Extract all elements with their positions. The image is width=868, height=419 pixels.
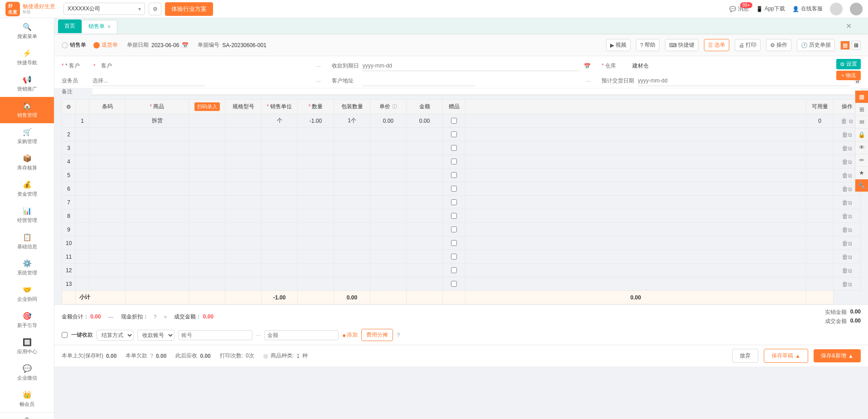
sidebar-item-basic[interactable]: 📋 基础信息 (0, 228, 54, 255)
sidebar-item-search[interactable]: 🔍 搜索菜单 (0, 18, 54, 44)
delete-row-2-button[interactable]: 🗑 (842, 131, 848, 138)
expense-split-button[interactable]: 费用分摊 (361, 329, 393, 341)
avatar2[interactable] (850, 3, 863, 15)
sidebar-item-appstore[interactable]: 🔲 应用中心 (0, 333, 54, 360)
copy-row-2-button[interactable]: ⧉ (848, 132, 852, 138)
delete-row-1-button[interactable]: 🗑 (841, 117, 847, 125)
gift-checkbox-3[interactable] (451, 145, 457, 151)
gift-checkbox-5[interactable] (451, 172, 457, 178)
one-click-collect-checkbox[interactable] (62, 332, 68, 338)
rp-star-icon[interactable]: ★ (855, 167, 868, 179)
settings-action-button[interactable]: ⚙ 设置 (836, 59, 861, 69)
customer-address-input[interactable] (363, 76, 475, 86)
layout-grid-icon[interactable]: ⊞ (852, 41, 861, 50)
discard-button[interactable]: 放弃 (732, 349, 758, 363)
print-button[interactable]: 🖨 打印 (735, 39, 761, 51)
gift-checkbox-4[interactable] (451, 159, 457, 164)
sidebar-settings-button[interactable]: ⚙ (0, 413, 54, 419)
gift-checkbox-8[interactable] (451, 213, 457, 219)
delete-row-6-button[interactable]: 🗑 (842, 185, 848, 193)
sales-order-radio[interactable]: 销售单 (62, 41, 86, 49)
copy-row-1-button[interactable]: ⧉ (849, 118, 853, 125)
help-button[interactable]: ? 帮助 (636, 39, 659, 51)
calc-method-select[interactable]: 结算方式 (97, 330, 134, 341)
sidebar-item-guide[interactable]: 🎯 新手引导 (0, 307, 54, 333)
delete-row-5-button[interactable]: 🗑 (842, 172, 848, 179)
avatar[interactable] (830, 3, 843, 15)
shortcut-button[interactable]: ⌨ 快捷键 (665, 39, 698, 51)
gift-checkbox-11[interactable] (451, 254, 457, 260)
video-button[interactable]: ▶ 视频 (606, 39, 630, 51)
sidebar-item-corp[interactable]: 🤝 企业协同 (0, 281, 54, 307)
delete-row-12-button[interactable]: 🗑 (842, 267, 848, 274)
rp-eye-icon[interactable]: 👁 (855, 141, 868, 154)
payment-due-input[interactable] (363, 61, 581, 71)
copy-row-5-button[interactable]: ⧉ (848, 173, 852, 179)
sidebar-item-shortcut[interactable]: ⚡ 快捷导航 (0, 44, 54, 71)
tab-close-icon[interactable]: × (107, 24, 111, 30)
calendar-icon[interactable]: 📅 (182, 42, 189, 48)
notes-input[interactable] (92, 88, 861, 95)
sidebar-item-inventory[interactable]: 📦 库存核算 (0, 149, 54, 176)
gift-checkbox-6[interactable] (451, 186, 457, 192)
sidebar-item-member[interactable]: 👑 畅会员 (0, 386, 54, 412)
rp-layout1-icon[interactable]: ▦ (855, 91, 868, 103)
operation-button[interactable]: ⚙ 操作 (766, 39, 791, 51)
delete-row-8-button[interactable]: 🗑 (842, 212, 848, 220)
address-dots[interactable]: ··· (479, 78, 591, 84)
copy-row-12-button[interactable]: ⧉ (848, 268, 852, 274)
gift-checkbox-1[interactable] (451, 118, 457, 124)
save-draft-button[interactable]: 保存草稿 ▲ (764, 349, 808, 363)
delete-row-9-button[interactable]: 🗑 (842, 226, 848, 233)
delete-row-3-button[interactable]: 🗑 (842, 144, 848, 152)
tab-home[interactable]: 首页 (58, 19, 82, 33)
copy-row-7-button[interactable]: ⧉ (848, 200, 852, 206)
gift-checkbox-7[interactable] (451, 199, 457, 205)
gift-checkbox-12[interactable] (451, 267, 457, 273)
sidebar-item-operation[interactable]: 📊 经营管理 (0, 202, 54, 228)
copy-row-3-button[interactable]: ⧉ (848, 145, 852, 152)
sidebar-item-purchase[interactable]: 🛒 采购管理 (0, 123, 54, 149)
history-button[interactable]: 🕐 历史单据 (797, 39, 835, 51)
layout-table-icon[interactable]: ▦ (840, 41, 850, 50)
rp-tool-icon[interactable]: 🔧 (855, 179, 868, 192)
window-close-icon[interactable]: ✕ (846, 22, 852, 30)
owe-help-icon[interactable]: ? (150, 353, 153, 359)
company-selector[interactable]: XXXXXX公司 ▾ (63, 3, 145, 15)
copy-row-4-button[interactable]: ⧉ (848, 159, 852, 165)
account-no-input[interactable] (178, 330, 252, 340)
delete-row-11-button[interactable]: 🗑 (842, 253, 848, 260)
delete-row-10-button[interactable]: 🗑 (842, 240, 848, 247)
col-settings[interactable]: ⚙ (62, 100, 76, 114)
filter-button[interactable]: ☰ 选单 (704, 39, 729, 51)
sidebar-item-marketing[interactable]: 📢 营销推广 (0, 71, 54, 97)
return-order-radio[interactable]: 退货单 (93, 41, 118, 49)
customer-input[interactable]: ··· (116, 63, 321, 69)
rp-layout2-icon[interactable]: ⊞ (855, 103, 868, 116)
rp-lock-icon[interactable]: 🔒 (855, 129, 868, 141)
save-new-button[interactable]: 保存&新增 ▲ (814, 349, 861, 362)
salesperson-input[interactable] (92, 76, 205, 86)
add-payment-button[interactable]: ● 添加 (342, 331, 358, 339)
messages-button[interactable]: 💬 消息 99+ (729, 5, 749, 13)
tab-sales-order[interactable]: 销售单 × (82, 20, 117, 34)
calendar2-icon[interactable]: 📅 (584, 63, 591, 69)
expense-help-icon[interactable]: ? (397, 332, 400, 338)
copy-row-8-button[interactable]: ⧉ (848, 213, 852, 220)
rp-email-icon[interactable]: ✉ (855, 116, 868, 129)
sidebar-item-wechat[interactable]: 💬 企业微信 (0, 360, 54, 386)
amount-input[interactable] (264, 330, 339, 340)
delete-row-7-button[interactable]: 🗑 (842, 199, 848, 206)
copy-row-9-button[interactable]: ⧉ (848, 227, 852, 233)
expected-delivery-input[interactable] (638, 76, 850, 86)
copy-row-6-button[interactable]: ⧉ (848, 186, 852, 193)
gift-checkbox-2[interactable] (451, 131, 457, 137)
delete-row-13-button[interactable]: 🗑 (842, 280, 848, 288)
copy-row-10-button[interactable]: ⧉ (848, 241, 852, 247)
gift-checkbox-10[interactable] (451, 240, 457, 246)
scan-button[interactable]: 扫码录入 (194, 102, 220, 111)
salesperson-dots[interactable]: ··· (209, 78, 321, 84)
gift-checkbox-13[interactable] (451, 281, 457, 287)
online-service-button[interactable]: 👤 在线客服 (792, 5, 823, 13)
gift-checkbox-9[interactable] (451, 226, 457, 232)
